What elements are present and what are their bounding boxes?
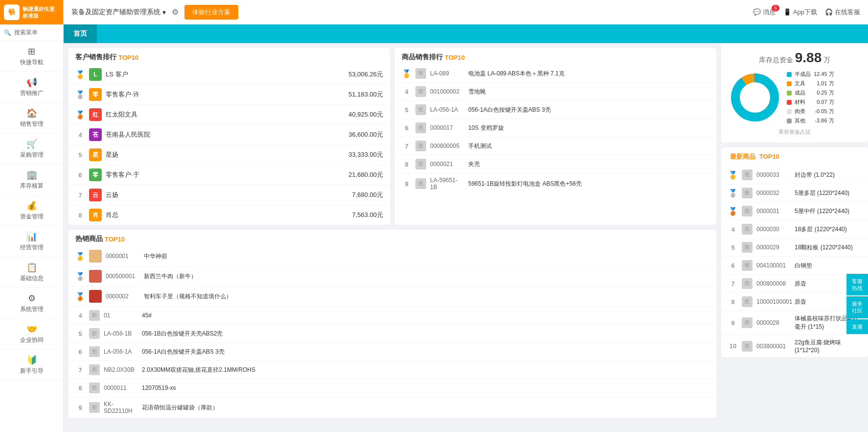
product-img-7: 图 <box>415 178 426 189</box>
customer-rank-row-4: 4 苍 苍南县人民医院 36,600.00元 <box>69 125 390 145</box>
hot-product-img-4: 图 <box>89 310 100 321</box>
new-product-row-9: 9 图 0000028 体械嘉枝味苏打饮品400毫升 (1*15) <box>721 311 868 335</box>
hot-medal-2-icon: 🥈 <box>75 272 85 281</box>
hot-products-title: 热销商品 <box>75 235 103 243</box>
message-badge: 6 <box>772 5 779 11</box>
sidebar-item-inventory[interactable]: 🏢 库存核算 <box>0 165 63 195</box>
legend-item-1: 文具 1.01 万 <box>787 80 834 87</box>
hot-rank-7: 7 <box>75 366 85 374</box>
search-menu[interactable]: 🔍 搜索菜单 <box>0 24 63 41</box>
tab-home[interactable]: 首页 <box>64 24 97 43</box>
new-product-img-1: 图 <box>742 169 753 180</box>
inventory-total: 库存总资金 9.88 万 <box>728 50 861 66</box>
search-icon: 🔍 <box>4 29 11 36</box>
product-img-3: 图 <box>415 104 426 115</box>
product-code-3: LA-056-1A <box>430 106 464 113</box>
guide-label: 新手引导 <box>20 367 44 375</box>
new-product-name-10: 22g鱼豆腐·烧烤味 (1*12*20) <box>795 338 861 354</box>
donut-container: 半成品 12.45 万 文具 1.01 万 成品 0.25 万 <box>728 71 861 124</box>
customer-name-3: 红太阳文具 <box>106 110 344 119</box>
float-btn-community[interactable]: 服务社区 <box>846 296 868 318</box>
legend-dot-0 <box>787 72 792 77</box>
headset-icon: 🎧 <box>825 8 833 16</box>
customer-ranking-header: 客户销售排行 TOP10 <box>69 48 390 65</box>
new-product-code-7: 000800008 <box>756 280 791 287</box>
purchase-label: 采购管理 <box>20 151 44 159</box>
hot-product-row-9: 9 图 KK-SD22110H 花语萌恒温分罐罐袋（厚款） <box>69 397 716 418</box>
hot-products-card: 热销商品 TOP10 🥇 0000001 中华神箭 🥈 000500001 新西… <box>69 230 716 418</box>
sidebar-item-basic[interactable]: 📋 基础信息 <box>0 257 63 288</box>
customer-value-2: 51,183.00元 <box>348 90 383 99</box>
float-btn-service[interactable]: 客服热线 <box>846 274 868 296</box>
search-label: 搜索菜单 <box>14 28 38 37</box>
customer-rank-row-5: 5 星 星扬 33,333.00元 <box>69 145 390 165</box>
new-product-row-2: 🥈 图 0000032 5厘多层 (1220*2440) <box>721 184 868 202</box>
sidebar-item-operation[interactable]: 📊 经营管理 <box>0 226 63 257</box>
gear-icon[interactable]: ⚙ <box>172 7 179 17</box>
hot-product-row-5: 5 图 LA-056-1B 056-1B白色按键开关壳ABS2壳 <box>69 325 716 343</box>
new-product-img-3: 图 <box>742 206 753 216</box>
product-rank-2: 4 <box>402 88 411 96</box>
new-product-code-5: 0000029 <box>756 244 791 251</box>
new-rank-8: 8 <box>728 298 738 306</box>
new-product-img-2: 图 <box>742 188 753 198</box>
app-download-button[interactable]: 📱 App下载 <box>783 8 817 17</box>
sidebar-item-corp[interactable]: 🤝 企业协同 <box>0 319 63 350</box>
sidebar-item-guide[interactable]: 🔰 新手引导 <box>0 350 63 381</box>
new-rank-4: 4 <box>728 226 738 233</box>
customer-rank-row-6: 6 零 零售客户·于 21,680.00元 <box>69 165 390 185</box>
trial-button[interactable]: 体验行业方案 <box>184 5 238 20</box>
customer-value-1: 53,006.26元 <box>348 70 383 79</box>
hot-medal-3-icon: 🥉 <box>75 292 85 301</box>
customer-name-8: 肖总 <box>106 211 348 219</box>
main-content: 客户销售排行 TOP10 🥇 L LS 客户 53,006.26元 🥈 零 零售… <box>64 43 721 432</box>
product-rank-row-5: 7 图 000800005 手机测试 <box>395 137 716 155</box>
sidebar-item-system[interactable]: ⚙ 系统管理 <box>0 288 63 319</box>
inventory-total-label: 库存总资金 <box>759 56 793 64</box>
finance-icon: 💰 <box>26 200 37 211</box>
new-product-code-10: 003800001 <box>756 343 791 350</box>
sidebar-item-finance[interactable]: 💰 资金管理 <box>0 195 63 226</box>
hot-product-code-2: 000500001 <box>106 273 140 280</box>
corp-label: 企业协同 <box>20 336 44 344</box>
product-top10-badge: TOP10 <box>445 54 465 61</box>
sidebar-item-marketing[interactable]: 📢 营销推广 <box>0 72 63 103</box>
customer-name-6: 零售客户·于 <box>106 170 344 179</box>
sidebar-item-purchase[interactable]: 🛒 采购管理 <box>0 134 63 165</box>
product-code-5: 000800005 <box>430 143 464 149</box>
new-product-code-4: 0000030 <box>756 226 791 233</box>
rank-num-8: 8 <box>75 212 85 219</box>
hot-product-img-2 <box>89 270 102 283</box>
hot-product-img-5: 图 <box>89 328 100 339</box>
new-product-img-8: 图 <box>742 296 753 307</box>
float-buttons: 客服热线 服务社区 直播 <box>846 274 868 334</box>
medal-2-icon: 🥈 <box>75 90 85 99</box>
system-title: 装备及固定资产辅助管理系统 <box>71 8 160 17</box>
product-name-4: 10S 变档罗旋 <box>468 124 709 132</box>
new-product-img-7: 图 <box>742 278 753 289</box>
float-btn-live[interactable]: 直播 <box>846 319 868 334</box>
hot-product-row-7: 7 图 NB2.0X30B 2.0X30MM双搓花轴,搓花直径2.1MM/ROH… <box>69 361 716 379</box>
online-service-button[interactable]: 🎧 在线客服 <box>825 8 860 17</box>
legend-dot-2 <box>787 91 792 96</box>
messages-button[interactable]: 💬 消息 6 <box>753 8 776 17</box>
customer-value-4: 36,600.00元 <box>348 130 383 139</box>
main-area: 装备及固定资产辅助管理系统 ▾ ⚙ 体验行业方案 💬 消息 6 📱 App下载 … <box>64 0 868 432</box>
hot-product-name-3: 智利车子里（规格不知道填什么） <box>144 292 709 301</box>
system-label: 系统管理 <box>20 305 44 313</box>
customer-rank-row-2: 🥈 零 零售客户·许 51,183.00元 <box>69 85 390 105</box>
product-ranking-title: 商品销售排行 <box>402 53 443 62</box>
new-product-img-5: 图 <box>742 242 753 253</box>
hot-medal-1-icon: 🥇 <box>75 252 85 261</box>
new-products-card: 最新商品 TOP10 🥇 图 0000033 封边带 (1.0*22) 🥈 图 … <box>721 147 868 357</box>
new-product-code-2: 0000032 <box>756 190 791 196</box>
product-rank-5: 7 <box>402 143 411 150</box>
sidebar-item-quick-nav[interactable]: ⊞ 快捷导航 <box>0 41 63 72</box>
hot-product-name-4: 45# <box>142 312 709 319</box>
system-title-dropdown[interactable]: 装备及固定资产辅助管理系统 ▾ <box>71 8 166 17</box>
customer-avatar-7: 云 <box>89 189 102 201</box>
guide-icon: 🔰 <box>26 355 37 365</box>
sidebar-item-sales[interactable]: 🏠 销售管理 <box>0 103 63 134</box>
product-img-4: 图 <box>415 122 426 133</box>
top-section: 客户销售排行 TOP10 🥇 L LS 客户 53,006.26元 🥈 零 零售… <box>69 48 716 225</box>
